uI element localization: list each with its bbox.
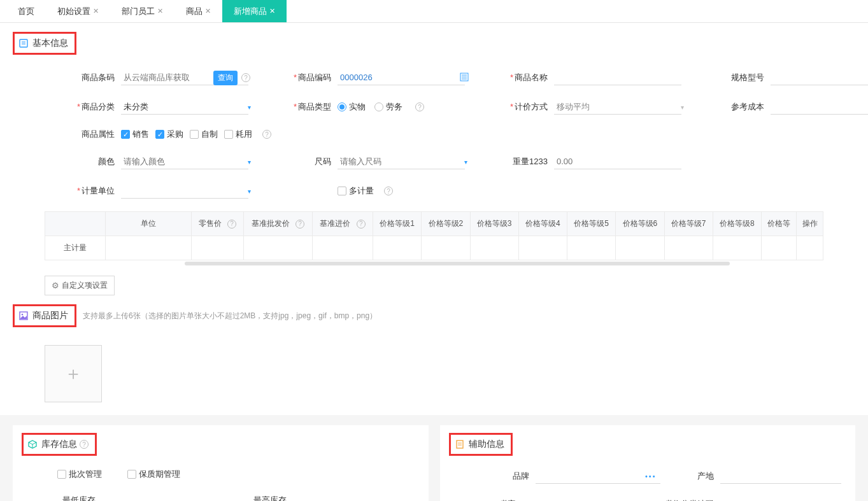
label-name: *商品名称	[471, 72, 554, 83]
label-color: 颜色	[25, 156, 121, 167]
check-consume[interactable]: 耗用	[224, 129, 252, 140]
label-category: *商品分类	[25, 101, 121, 113]
label-code: *商品编码	[255, 72, 338, 83]
origin-input[interactable]	[720, 469, 841, 484]
section-stock-head: 库存信息 ?	[13, 425, 429, 463]
h-scrollbar[interactable]	[185, 262, 730, 265]
help-icon: ?	[227, 220, 236, 229]
taxrate-input[interactable]	[536, 497, 657, 501]
size-input[interactable]	[338, 154, 465, 169]
more-icon[interactable]: •••	[645, 472, 657, 480]
th-unit: 单位	[106, 212, 192, 236]
label-unit: *计量单位	[25, 185, 121, 197]
section-aux-head: 辅助信息	[440, 425, 856, 463]
th-lvl8: 价格等级8	[713, 212, 761, 236]
custom-fields-button[interactable]: ⚙自定义项设置	[45, 276, 115, 295]
th-wholesale: 基准批发价 ?	[243, 212, 313, 236]
label-spec: 规格型号	[688, 72, 771, 83]
brand-input[interactable]	[536, 469, 660, 484]
section-title: 商品图片	[32, 310, 68, 321]
th-lvl-more: 价格等	[762, 212, 797, 236]
close-icon[interactable]: ✕	[269, 7, 275, 15]
label-minstock: 最低库存	[57, 495, 102, 501]
refcost-input[interactable]	[771, 99, 868, 115]
pricing-select[interactable]	[554, 99, 681, 115]
label-taxrate: 税率(%)	[459, 498, 536, 501]
label-size: 尺码	[255, 156, 338, 167]
weight-input[interactable]	[554, 154, 681, 169]
radio-real[interactable]: 实物	[338, 101, 366, 113]
unit-select[interactable]	[121, 183, 248, 199]
section-basic-head: 基本信息	[13, 23, 855, 64]
tab-bar: 首页 初始设置✕ 部门员工✕ 商品✕ 新增商品✕	[0, 0, 868, 23]
form-icon	[18, 38, 29, 48]
label-maxstock: 最高库存	[229, 495, 293, 501]
label-weight: 重量1233	[471, 156, 554, 167]
check-sale[interactable]: 销售	[121, 129, 149, 140]
th-lvl6: 价格等级6	[616, 212, 664, 236]
label-barcode: 商品条码	[25, 72, 121, 83]
name-input[interactable]	[554, 70, 681, 85]
th-lvl4: 价格等级4	[518, 212, 567, 236]
label-brand: 品牌	[459, 470, 536, 482]
label-type: *商品类型	[255, 101, 338, 113]
radio-service[interactable]: 劳务	[374, 101, 402, 113]
check-self[interactable]: 自制	[190, 129, 218, 140]
list-icon[interactable]	[460, 73, 469, 83]
svg-rect-0	[20, 39, 27, 47]
image-icon	[18, 311, 29, 321]
check-batch[interactable]: 批次管理	[57, 469, 102, 480]
help-icon: ?	[357, 220, 366, 229]
maxstock-input[interactable]	[293, 493, 420, 501]
th-lvl3: 价格等级3	[470, 212, 518, 236]
close-icon[interactable]: ✕	[205, 7, 211, 15]
help-icon: ?	[241, 73, 250, 82]
doc-icon	[455, 439, 465, 449]
help-icon: ?	[295, 220, 304, 229]
category-select[interactable]	[121, 99, 248, 115]
image-hint: 支持最多上传6张（选择的图片单张大小不超过2MB，支持jpg，jpeg，gif，…	[83, 311, 377, 321]
th-purchase: 基准进价 ?	[313, 212, 373, 236]
th-lvl5: 价格等级5	[567, 212, 616, 236]
close-icon[interactable]: ✕	[93, 7, 99, 15]
check-multi-unit[interactable]: 多计量	[338, 185, 374, 197]
code-input[interactable]	[338, 70, 465, 85]
minstock-input[interactable]	[102, 493, 229, 501]
box-icon	[27, 439, 38, 449]
price-table: 单位 零售价 ? 基准批发价 ? 基准进价 ? 价格等级1 价格等级2 价格等级…	[45, 211, 823, 260]
check-buy[interactable]: 采购	[155, 129, 183, 140]
help-icon: ?	[262, 130, 271, 139]
table-row[interactable]: 主计量	[45, 236, 823, 260]
tab-dept[interactable]: 部门员工✕	[110, 0, 174, 22]
section-image-head: 商品图片 支持最多上传6张（选择的图片单张大小不超过2MB，支持jpg，jpeg…	[13, 295, 855, 336]
help-icon: ?	[415, 102, 424, 111]
tab-new-product[interactable]: 新增商品✕	[222, 0, 287, 22]
help-icon: ?	[384, 187, 393, 195]
cell-main-unit: 主计量	[45, 236, 106, 260]
taxcode-input[interactable]	[720, 497, 841, 501]
tab-home[interactable]: 首页	[6, 0, 46, 22]
spec-input[interactable]	[771, 70, 868, 85]
check-shelf[interactable]: 保质期管理	[127, 469, 180, 480]
svg-rect-9	[457, 441, 463, 448]
th-retail: 零售价 ?	[192, 212, 244, 236]
query-button[interactable]: 查询	[213, 71, 238, 85]
gear-icon: ⚙	[52, 281, 59, 290]
tab-init[interactable]: 初始设置✕	[46, 0, 110, 22]
svg-point-8	[22, 314, 24, 316]
label-pricing: *计价方式	[471, 101, 554, 113]
th-blank	[45, 212, 106, 236]
th-lvl2: 价格等级2	[422, 212, 470, 236]
upload-button[interactable]: ＋	[45, 345, 102, 402]
color-input[interactable]	[121, 154, 248, 169]
close-icon[interactable]: ✕	[157, 7, 163, 15]
section-title: 辅助信息	[469, 439, 504, 450]
label-origin: 产地	[657, 470, 720, 482]
th-lvl7: 价格等级7	[664, 212, 713, 236]
tab-product[interactable]: 商品✕	[174, 0, 222, 22]
th-action: 操作	[797, 212, 823, 236]
section-title: 基本信息	[32, 38, 68, 49]
section-title: 库存信息	[41, 439, 77, 450]
label-attr: 商品属性	[25, 129, 121, 140]
plus-icon: ＋	[64, 362, 82, 386]
